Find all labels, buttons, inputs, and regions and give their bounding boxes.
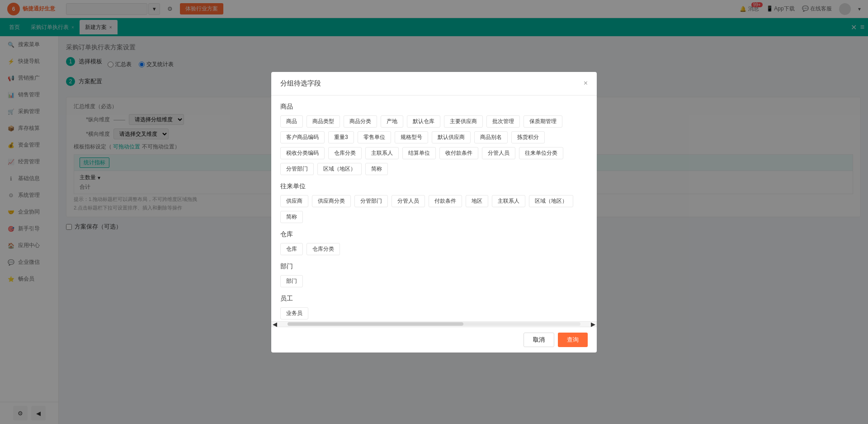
confirm-button[interactable]: 查询 bbox=[558, 333, 588, 347]
field-partner-person[interactable]: 分管人员 bbox=[392, 195, 425, 207]
section-warehouse-title: 仓库 bbox=[280, 230, 588, 238]
field-partner-dept[interactable]: 分管部门 bbox=[354, 195, 388, 207]
modal-close-button[interactable]: × bbox=[584, 79, 588, 87]
field-abbr-product[interactable]: 简称 bbox=[365, 163, 388, 175]
field-main-supplier[interactable]: 主要供应商 bbox=[444, 115, 483, 128]
field-product-type[interactable]: 商品类型 bbox=[307, 115, 340, 128]
field-salesperson[interactable]: 业务员 bbox=[280, 307, 308, 319]
hscroll-right[interactable]: ▶ bbox=[590, 321, 597, 328]
field-partner-abbr[interactable]: 简称 bbox=[280, 211, 303, 223]
modal-footer: 取消 查询 bbox=[271, 327, 597, 353]
modal-hscrollbar[interactable]: ◀ ▶ bbox=[271, 321, 597, 327]
section-product-title: 商品 bbox=[280, 103, 588, 111]
field-origin[interactable]: 产地 bbox=[381, 115, 403, 128]
field-retail-unit[interactable]: 零售单位 bbox=[358, 131, 391, 143]
modal: 分组待选字段 × 商品 商品 商品类型 商品分类 产地 默认仓库 主要供应商 批… bbox=[271, 72, 597, 353]
section-employee-fields: 业务员 bbox=[280, 307, 588, 319]
field-batch-mgmt[interactable]: 批次管理 bbox=[486, 115, 520, 128]
modal-header: 分组待选字段 × bbox=[271, 72, 597, 95]
modal-title: 分组待选字段 bbox=[280, 79, 321, 88]
field-region-product[interactable]: 区域（地区） bbox=[317, 163, 362, 175]
hscroll-track bbox=[288, 322, 580, 326]
field-partner-region[interactable]: 区域（地区） bbox=[529, 195, 573, 207]
field-product[interactable]: 商品 bbox=[280, 115, 303, 128]
field-supplier[interactable]: 供应商 bbox=[280, 195, 308, 207]
field-customer-code[interactable]: 客户商品编码 bbox=[280, 131, 325, 143]
field-warehouse[interactable]: 仓库 bbox=[280, 243, 303, 255]
section-product-fields: 商品 商品类型 商品分类 产地 默认仓库 主要供应商 批次管理 保质期管理 客户… bbox=[280, 115, 588, 175]
section-employee-title: 员工 bbox=[280, 295, 588, 303]
field-default-warehouse[interactable]: 默认仓库 bbox=[407, 115, 440, 128]
modal-overlay: 分组待选字段 × 商品 商品 商品类型 商品分类 产地 默认仓库 主要供应商 批… bbox=[0, 0, 868, 424]
field-main-contact[interactable]: 主联系人 bbox=[365, 147, 399, 159]
field-dept[interactable]: 部门 bbox=[280, 275, 303, 287]
field-supervisor[interactable]: 分管人员 bbox=[482, 147, 515, 159]
hscroll-thumb[interactable] bbox=[288, 322, 463, 326]
field-pay-condition[interactable]: 付款条件 bbox=[429, 195, 462, 207]
field-partner-category[interactable]: 往来单位分类 bbox=[519, 147, 563, 159]
field-supplier-category[interactable]: 供应商分类 bbox=[312, 195, 351, 207]
field-default-supplier[interactable]: 默认供应商 bbox=[432, 131, 471, 143]
field-warehouse-cat[interactable]: 仓库分类 bbox=[307, 243, 340, 255]
field-spec-model[interactable]: 规格型号 bbox=[395, 131, 428, 143]
field-product-category[interactable]: 商品分类 bbox=[344, 115, 377, 128]
section-warehouse-fields: 仓库 仓库分类 bbox=[280, 243, 588, 255]
field-expiry-mgmt[interactable]: 保质期管理 bbox=[524, 115, 562, 128]
field-product-alias[interactable]: 商品别名 bbox=[474, 131, 508, 143]
section-dept-title: 部门 bbox=[280, 262, 588, 271]
hscroll-left[interactable]: ◀ bbox=[271, 321, 278, 328]
field-weight3[interactable]: 重量3 bbox=[328, 131, 354, 143]
field-tax-code[interactable]: 税收分类编码 bbox=[280, 147, 325, 159]
field-pick-points[interactable]: 拣货积分 bbox=[511, 131, 545, 143]
field-dept-in-charge[interactable]: 分管部门 bbox=[280, 163, 314, 175]
field-settlement-unit[interactable]: 结算单位 bbox=[402, 147, 436, 159]
section-partner-fields: 供应商 供应商分类 分管部门 分管人员 付款条件 地区 主联系人 区域（地区） … bbox=[280, 195, 588, 223]
cancel-button[interactable]: 取消 bbox=[524, 333, 554, 347]
section-dept-fields: 部门 bbox=[280, 275, 588, 287]
field-partner-contact[interactable]: 主联系人 bbox=[492, 195, 525, 207]
field-area[interactable]: 地区 bbox=[466, 195, 488, 207]
field-payment-terms[interactable]: 收付款条件 bbox=[439, 147, 478, 159]
section-partner-title: 往来单位 bbox=[280, 182, 588, 191]
modal-body: 商品 商品 商品类型 商品分类 产地 默认仓库 主要供应商 批次管理 保质期管理… bbox=[271, 95, 597, 321]
field-warehouse-category[interactable]: 仓库分类 bbox=[328, 147, 362, 159]
